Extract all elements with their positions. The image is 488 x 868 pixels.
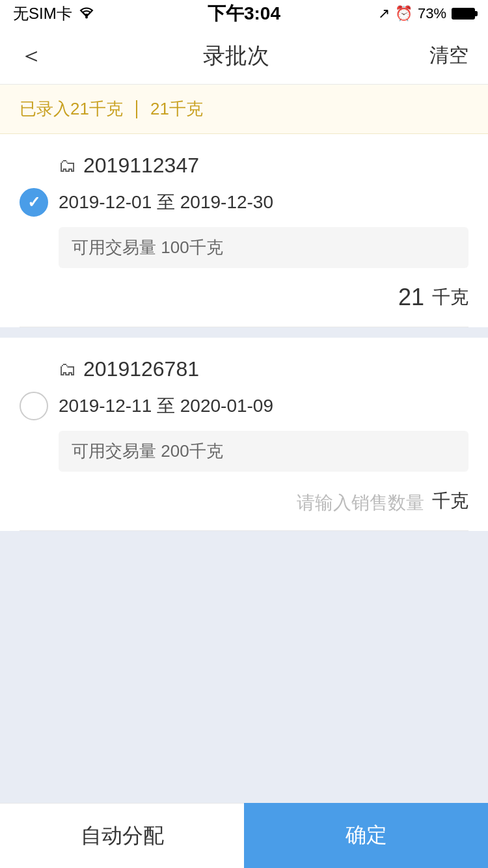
batch-date-2: 2019-12-11 至 2020-01-09 bbox=[59, 394, 273, 418]
batch-quantity-row-2: 千克 bbox=[20, 472, 468, 531]
batch-header-1: 🗂 2019112347 bbox=[20, 154, 468, 178]
batch-doc-icon-2: 🗂 bbox=[59, 359, 77, 380]
batch-id-1: 2019112347 bbox=[83, 154, 199, 178]
batch-header-2: 🗂 2019126781 bbox=[20, 357, 468, 381]
status-bar: 无SIM卡 下午3:04 ↗ ⏰ 73% bbox=[0, 0, 488, 27]
batch-unit-2: 千克 bbox=[432, 489, 468, 513]
status-right: ↗ ⏰ 73% bbox=[378, 5, 475, 22]
batch-date-row-2: 2019-12-11 至 2020-01-09 bbox=[20, 392, 468, 420]
location-icon: ↗ bbox=[378, 5, 390, 22]
batch-id-2: 2019126781 bbox=[83, 357, 199, 381]
batch-qty-input-2[interactable] bbox=[242, 487, 424, 515]
section-divider bbox=[0, 327, 488, 338]
batch-date-1: 2019-12-01 至 2019-12-30 bbox=[59, 190, 273, 215]
summary-amount: 21千克 bbox=[150, 98, 203, 120]
alarm-icon: ⏰ bbox=[395, 5, 413, 22]
auto-distribute-button[interactable]: 自动分配 bbox=[0, 803, 244, 868]
battery-percent: 73% bbox=[418, 5, 446, 22]
batch-checkbox-2[interactable] bbox=[20, 392, 48, 420]
batch-qty-input-1[interactable] bbox=[346, 284, 424, 311]
batch-date-row-1: 2019-12-01 至 2019-12-30 bbox=[20, 188, 468, 217]
confirm-button[interactable]: 确定 bbox=[244, 803, 488, 868]
batch-quantity-row-1: 千克 bbox=[20, 268, 468, 327]
batch-card-2: 🗂 2019126781 2019-12-11 至 2020-01-09 可用交… bbox=[0, 338, 488, 531]
batch-available-2: 可用交易量 200千克 bbox=[59, 431, 468, 472]
summary-divider bbox=[136, 100, 137, 118]
status-left: 无SIM卡 bbox=[13, 3, 96, 24]
svg-point-0 bbox=[85, 16, 88, 19]
bottom-spacer bbox=[0, 531, 488, 843]
content-area: 🗂 2019112347 2019-12-01 至 2019-12-30 可用交… bbox=[0, 134, 488, 868]
batch-checkbox-1[interactable] bbox=[20, 188, 48, 217]
carrier-text: 无SIM卡 bbox=[13, 3, 72, 24]
status-time: 下午3:04 bbox=[208, 1, 280, 26]
batch-card-1: 🗂 2019112347 2019-12-01 至 2019-12-30 可用交… bbox=[0, 134, 488, 327]
back-button[interactable]: ＜ bbox=[20, 40, 43, 72]
batch-unit-1: 千克 bbox=[432, 285, 468, 310]
batch-available-1: 可用交易量 100千克 bbox=[59, 227, 468, 268]
summary-prefix: 已录入21千克 bbox=[20, 98, 123, 120]
battery-icon bbox=[452, 8, 475, 20]
summary-bar: 已录入21千克 21千克 bbox=[0, 85, 488, 134]
nav-bar: ＜ 录批次 清空 bbox=[0, 27, 488, 85]
action-bar: 自动分配 确定 bbox=[0, 803, 488, 868]
wifi-icon bbox=[77, 5, 96, 23]
batch-doc-icon-1: 🗂 bbox=[59, 155, 77, 176]
page-title: 录批次 bbox=[203, 41, 269, 71]
clear-button[interactable]: 清空 bbox=[429, 42, 468, 69]
